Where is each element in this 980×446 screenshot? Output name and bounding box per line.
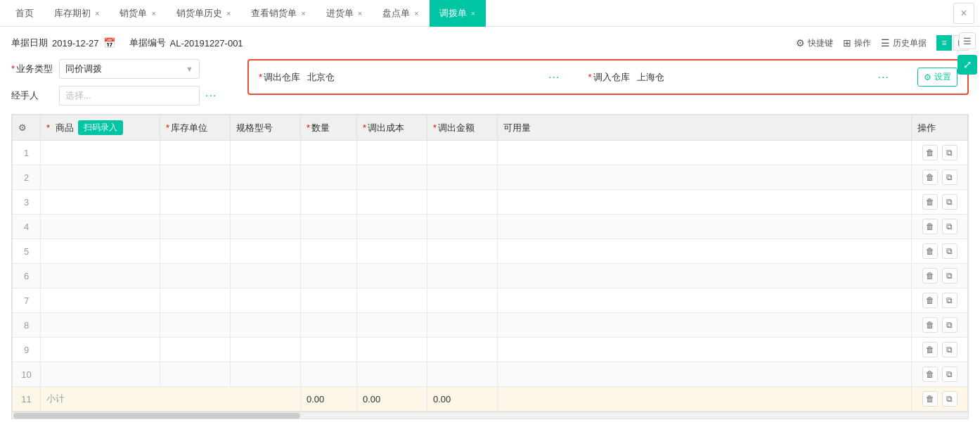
spec-cell[interactable] — [231, 362, 301, 387]
delete-row-button[interactable]: 🗑 — [922, 342, 938, 357]
th-settings[interactable]: ⚙ — [13, 115, 41, 141]
tab-inventory-check-close[interactable]: × — [414, 9, 418, 18]
copy-row-button[interactable]: ⧉ — [942, 342, 958, 357]
cost-cell[interactable] — [357, 190, 427, 215]
qty-cell[interactable] — [301, 313, 357, 338]
amount-cell[interactable] — [427, 165, 498, 190]
unit-cell[interactable] — [160, 362, 231, 387]
history-button[interactable]: ☰ 历史单据 — [881, 37, 927, 49]
product-cell[interactable] — [41, 264, 160, 288]
available-cell[interactable] — [498, 338, 912, 362]
product-cell[interactable] — [41, 362, 160, 387]
copy-row-button[interactable]: ⧉ — [942, 170, 958, 185]
spec-cell[interactable] — [231, 215, 301, 239]
available-cell[interactable] — [498, 141, 912, 165]
qty-cell[interactable] — [301, 288, 357, 313]
qty-cell[interactable] — [301, 215, 357, 239]
amount-cell[interactable] — [427, 190, 498, 215]
delete-row-button[interactable]: 🗑 — [922, 293, 938, 308]
copy-row-button[interactable]: ⧉ — [942, 293, 958, 308]
tab-inventory-init[interactable]: 库存期初 × — [44, 0, 110, 27]
spec-cell[interactable] — [231, 141, 301, 165]
unit-cell[interactable] — [160, 239, 231, 264]
scan-barcode-button[interactable]: 扫码录入 — [78, 120, 123, 135]
available-cell[interactable] — [498, 362, 912, 387]
handler-more-button[interactable]: ··· — [205, 89, 217, 102]
product-cell[interactable] — [41, 288, 160, 313]
available-cell[interactable] — [498, 264, 912, 288]
tab-sales-order[interactable]: 销货单 × — [110, 0, 166, 27]
spec-cell[interactable] — [231, 338, 301, 362]
qty-cell[interactable] — [301, 264, 357, 288]
tab-view-sales-close[interactable]: × — [301, 9, 305, 18]
available-cell[interactable] — [498, 313, 912, 338]
tab-sales-order-close[interactable]: × — [151, 9, 155, 18]
product-cell[interactable] — [41, 190, 160, 215]
amount-cell[interactable] — [427, 141, 498, 165]
sidebar-expand-icon[interactable]: ⤢ — [958, 55, 977, 75]
copy-row-button[interactable]: ⧉ — [942, 194, 958, 210]
delete-row-button[interactable]: 🗑 — [922, 145, 938, 160]
unit-cell[interactable] — [160, 338, 231, 362]
copy-row-button[interactable]: ⧉ — [942, 317, 958, 333]
unit-cell[interactable] — [160, 190, 231, 215]
cost-cell[interactable] — [357, 313, 427, 338]
shortcut-key-button[interactable]: ⚙ 快捷键 — [796, 37, 833, 49]
qty-cell[interactable] — [301, 239, 357, 264]
tab-purchase-order-close[interactable]: × — [358, 9, 362, 18]
amount-cell[interactable] — [427, 362, 498, 387]
source-warehouse-value[interactable]: 北京仓 — [307, 71, 541, 84]
cost-cell[interactable] — [357, 338, 427, 362]
copy-row-button[interactable]: ⧉ — [942, 367, 958, 382]
delete-row-button[interactable]: 🗑 — [922, 194, 938, 210]
table-scrollbar[interactable] — [12, 412, 968, 419]
delete-row-button[interactable]: 🗑 — [922, 268, 938, 283]
cost-cell[interactable] — [357, 239, 427, 264]
tab-sales-history-close[interactable]: × — [226, 9, 231, 18]
cost-cell[interactable] — [357, 288, 427, 313]
source-warehouse-more-button[interactable]: ··· — [548, 71, 560, 84]
table-scrollbar-thumb[interactable] — [13, 413, 300, 419]
tab-purchase-order[interactable]: 进货单 × — [316, 0, 373, 27]
layout-list-button[interactable]: ≡ — [936, 35, 952, 51]
delete-row-button[interactable]: 🗑 — [922, 243, 938, 259]
cost-cell[interactable] — [357, 264, 427, 288]
window-close-button[interactable]: × — [953, 3, 974, 24]
amount-cell[interactable] — [427, 215, 498, 239]
spec-cell[interactable] — [231, 288, 301, 313]
tab-transfer-order-close[interactable]: × — [471, 9, 475, 18]
calendar-icon[interactable]: 📅 — [103, 37, 115, 49]
product-cell[interactable] — [41, 215, 160, 239]
qty-cell[interactable] — [301, 141, 357, 165]
cost-cell[interactable] — [357, 362, 427, 387]
tab-inventory-check[interactable]: 盘点单 × — [373, 0, 429, 27]
amount-cell[interactable] — [427, 264, 498, 288]
available-cell[interactable] — [498, 239, 912, 264]
table-gear-icon[interactable]: ⚙ — [18, 122, 27, 133]
copy-row-button[interactable]: ⧉ — [942, 145, 958, 160]
target-warehouse-value[interactable]: 上海仓 — [637, 71, 871, 84]
available-cell[interactable] — [498, 165, 912, 190]
spec-cell[interactable] — [231, 239, 301, 264]
copy-row-button[interactable]: ⧉ — [942, 243, 958, 259]
product-cell[interactable] — [41, 338, 160, 362]
cost-cell[interactable] — [357, 141, 427, 165]
copy-row-button[interactable]: ⧉ — [942, 268, 958, 283]
cost-cell[interactable] — [357, 165, 427, 190]
tab-inventory-init-close[interactable]: × — [95, 9, 99, 18]
spec-cell[interactable] — [231, 165, 301, 190]
delete-row-button[interactable]: 🗑 — [922, 367, 938, 382]
sidebar-doc-icon[interactable]: ☰ — [959, 32, 976, 49]
business-type-select[interactable]: 同价调拨 ▼ — [59, 59, 200, 79]
available-cell[interactable] — [498, 288, 912, 313]
spec-cell[interactable] — [231, 264, 301, 288]
amount-cell[interactable] — [427, 288, 498, 313]
amount-cell[interactable] — [427, 239, 498, 264]
handler-select[interactable]: 选择... — [59, 86, 200, 106]
operation-button[interactable]: ⊞ 操作 — [843, 37, 871, 49]
unit-cell[interactable] — [160, 141, 231, 165]
unit-cell[interactable] — [160, 264, 231, 288]
delete-row-button[interactable]: 🗑 — [922, 317, 938, 333]
product-cell[interactable] — [41, 239, 160, 264]
spec-cell[interactable] — [231, 313, 301, 338]
